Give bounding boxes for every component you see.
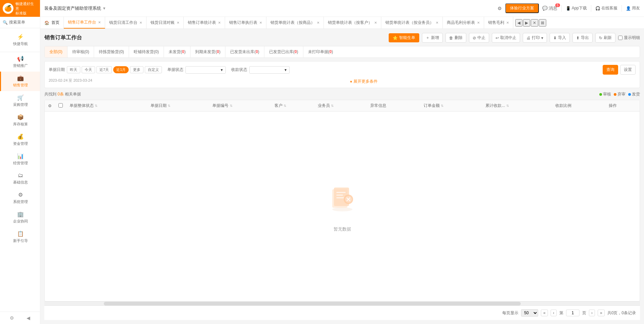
tab-close-sales-profit[interactable]: ✕ <box>506 21 509 25</box>
sidebar-quick-nav[interactable]: ⚡ 快捷导航 <box>0 30 40 50</box>
date-btn-yesterday[interactable]: 昨天 <box>67 66 80 73</box>
sidebar-item-marketing-promo[interactable]: 📢 营销推广 <box>0 52 40 72</box>
tab-close-product-margin[interactable]: ✕ <box>477 21 480 25</box>
tab-close-sales-exec[interactable]: ✕ <box>259 21 262 25</box>
sidebar-item-sales-mgmt[interactable]: 💼 销售管理 <box>0 72 40 91</box>
next-page-btn[interactable]: › <box>589 310 595 316</box>
tab-sales-exec[interactable]: 销售订单执行表 ✕ <box>225 17 266 29</box>
system-dropdown-arrow[interactable]: ▾ <box>103 6 105 11</box>
add-btn[interactable]: ＋ 新增 <box>422 33 443 43</box>
last-page-btn[interactable]: » <box>598 310 605 316</box>
smart-create-btn[interactable]: ⭐ 智能生单 <box>389 33 419 42</box>
topbar-user[interactable]: 👤 用友 <box>626 5 640 11</box>
col-amount[interactable]: 订单金额 ⇅ <box>420 100 482 112</box>
tab-sales-profit[interactable]: 销售毛利 ✕ <box>484 17 513 29</box>
tab-close-sales-stats[interactable]: ✕ <box>218 21 221 25</box>
status-select[interactable]: ▾ <box>185 66 226 74</box>
date-btn-custom[interactable]: 自定义 <box>145 66 162 73</box>
export-btn[interactable]: ⬆ 导出 <box>572 33 593 43</box>
tab-sales-order-workbench[interactable]: 销售订单工作台 ✕ <box>64 17 105 29</box>
tab-close-sales-order[interactable]: ✕ <box>98 21 101 24</box>
sidebar-item-basic-info[interactable]: 🗂 基础信息 <box>0 169 40 188</box>
tab-close-summary-staff[interactable]: ✕ <box>436 21 438 25</box>
tab-sales-summary-product[interactable]: 销货单统计表（按商品） ✕ <box>266 17 324 29</box>
topbar-service[interactable]: 🎧 在线客服 <box>595 5 617 11</box>
refresh-btn[interactable]: ↻ 刷新 <box>595 33 615 43</box>
filter-tab-unshipped[interactable]: 未发货(0) <box>164 46 191 57</box>
user-avatar-icon: 👤 <box>626 6 631 11</box>
sidebar-settings-btn[interactable]: ⚙ <box>10 315 14 321</box>
col-settings-icon[interactable]: ⚙ <box>48 104 52 108</box>
topbar-app-download[interactable]: 📱 App下载 <box>566 5 587 11</box>
horizontal-scrollbar[interactable] <box>44 301 640 306</box>
stop-btn[interactable]: ⊘ 中止 <box>469 33 489 43</box>
show-detail-checkbox[interactable]: 显示明细 <box>618 35 640 41</box>
sidebar-item-system[interactable]: ⚙ 系统管理 <box>0 188 40 208</box>
topbar-msg[interactable]: 💬 消息 6 <box>542 5 557 11</box>
tab-close-current[interactable]: ✕ <box>531 19 538 27</box>
sidebar-item-enterprise[interactable]: 🏢 企业协同 <box>0 208 40 227</box>
delete-btn[interactable]: 🗑 删除 <box>445 33 466 43</box>
tab-product-margin[interactable]: 商品毛利分析表 ✕ <box>443 17 484 29</box>
sidebar-search[interactable]: 🔍 搜索菜单 <box>0 17 40 28</box>
sidebar-item-inventory[interactable]: 📦 库存核算 <box>0 111 40 130</box>
tab-scroll-right[interactable]: ▶ <box>523 19 530 27</box>
sidebar-item-purchase-mgmt[interactable]: 🛒 采购管理 <box>0 91 40 111</box>
expand-conditions-btn[interactable]: ▾ 展开更多条件 <box>350 79 378 84</box>
filter-tab-unprinted[interactable]: 未打印单据(0) <box>303 46 338 57</box>
sidebar-item-finance[interactable]: 💰 资金管理 <box>0 130 40 150</box>
col-staff[interactable]: 业务员 ⇅ <box>314 100 367 112</box>
filter-tab-overdue-unshipped[interactable]: 到期未发货(0) <box>190 46 225 57</box>
scroll-thumb[interactable] <box>104 302 521 306</box>
tab-sales-stats[interactable]: 销售订单统计表 ✕ <box>184 17 225 29</box>
col-date[interactable]: 单据日期 ⇅ <box>147 100 209 112</box>
industry-btn[interactable]: 体验行业方案 <box>505 3 539 13</box>
sidebar-item-operations[interactable]: 📊 经营管理 <box>0 150 40 169</box>
prev-page-btn[interactable]: ‹ <box>551 310 557 316</box>
topbar-settings-icon[interactable]: ⚙ <box>498 6 502 11</box>
filter-tab-pending-check[interactable]: 待拣货验货(0) <box>94 46 129 57</box>
cancel-stop-btn[interactable]: ↩ 取消中止 <box>492 33 520 43</box>
filter-tab-shipped-out[interactable]: 已发货已出库(0) <box>264 46 303 57</box>
date-btn-1month[interactable]: 近1月 <box>113 66 129 73</box>
tab-home[interactable]: 🏠 首页 <box>40 17 64 29</box>
select-all-checkbox[interactable] <box>58 103 63 108</box>
tab-sales-summary-staff[interactable]: 销货单统计表（按业务员） ✕ <box>381 17 443 29</box>
per-page-select[interactable]: 50 10 20 100 <box>521 309 538 317</box>
search-row: 单据日期 昨天 今天 近7天 近1月 更多 自定义 单据状态 ▾ <box>49 65 636 75</box>
page-number-input[interactable] <box>566 310 579 316</box>
filter-tab-all[interactable]: 全部(0) <box>45 46 68 57</box>
col-number[interactable]: 单据编号 ⇅ <box>209 100 271 112</box>
filter-tab-wangpu-ship[interactable]: 旺铺待发货(0) <box>129 46 164 57</box>
col-customer[interactable]: 客户 ⇅ <box>271 100 314 112</box>
tab-sales-summary-customer[interactable]: 销货单统计表（按客户） ✕ <box>324 17 381 29</box>
date-btn-7days[interactable]: 近7天 <box>96 66 112 73</box>
tab-close-summary-product[interactable]: ✕ <box>317 21 319 25</box>
import-btn[interactable]: ⬇ 导入 <box>550 33 570 43</box>
print-btn[interactable]: 🖨 打印 ▾ <box>523 33 547 43</box>
tab-close-summary-customer[interactable]: ✕ <box>374 21 377 25</box>
cancel-review-action-btn[interactable]: 弃审 <box>614 91 626 97</box>
show-detail-input[interactable] <box>618 36 622 40</box>
tab-cash-daily[interactable]: 钱货日清工作台 ✕ <box>105 17 146 29</box>
review-action-btn[interactable]: 审核 <box>599 91 611 97</box>
tab-close-cash-daily[interactable]: ✕ <box>139 21 142 25</box>
tab-close-all[interactable]: ⊠ <box>539 19 546 27</box>
filter-tab-pending-review[interactable]: 待审核(0) <box>68 46 94 57</box>
col-collected[interactable]: 累计收款... ⇅ <box>482 100 552 112</box>
payment-select[interactable]: ▾ <box>249 66 290 74</box>
sidebar-item-newbie[interactable]: 📋 新手引导 <box>0 227 40 247</box>
print-dropdown-arrow[interactable]: ▾ <box>541 36 543 40</box>
date-btn-today[interactable]: 今天 <box>82 66 95 73</box>
first-page-btn[interactable]: « <box>541 310 548 316</box>
date-btn-more[interactable]: 更多 <box>130 66 143 73</box>
col-overall-status[interactable]: 单据整体状态 ⇅ <box>66 100 147 112</box>
search-settings-btn[interactable]: 设置 <box>620 65 636 75</box>
filter-tab-shipped-not-out[interactable]: 已发货未出库(0) <box>225 46 264 57</box>
tab-close-cash-reconcile[interactable]: ✕ <box>177 21 179 25</box>
ship-action-btn[interactable]: 发货 <box>628 91 640 97</box>
query-btn[interactable]: 查询 <box>603 65 618 75</box>
tab-scroll-left[interactable]: ◀ <box>515 19 522 27</box>
sidebar-collapse-btn[interactable]: ◀ <box>27 315 30 321</box>
tab-cash-reconcile[interactable]: 钱货日清对账 ✕ <box>146 17 184 29</box>
